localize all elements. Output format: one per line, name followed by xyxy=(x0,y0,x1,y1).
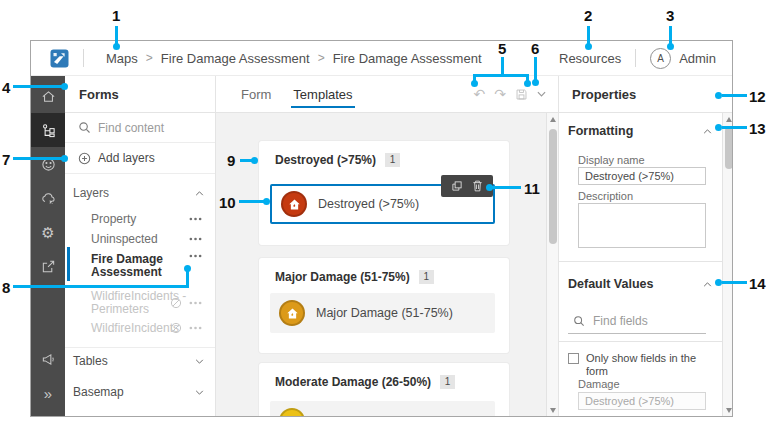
callout-line xyxy=(722,126,747,129)
scroll-up-arrow[interactable] xyxy=(723,113,733,125)
rail-share-icon[interactable] xyxy=(31,249,65,283)
redo-button[interactable]: ↷ xyxy=(494,87,506,101)
add-layers-button[interactable]: Add layers xyxy=(65,143,215,174)
find-fields-input[interactable] xyxy=(593,314,683,328)
breadcrumb-level1[interactable]: Fire Damage Assessment xyxy=(161,51,310,66)
avatar-initial: A xyxy=(657,53,664,64)
rail-forms-icon[interactable] xyxy=(31,113,65,147)
scroll-down-arrow[interactable] xyxy=(547,404,558,416)
app-logo-icon[interactable] xyxy=(50,49,69,68)
rail-settings-gear-icon[interactable]: ⚙ xyxy=(31,215,65,249)
callout-number: 12 xyxy=(749,88,766,105)
callout-dot xyxy=(251,157,258,164)
forms-panel: Forms Add layers xyxy=(65,76,216,416)
callout-number: 6 xyxy=(531,40,539,57)
save-button[interactable] xyxy=(515,88,528,101)
layer-menu-ellipsis-icon[interactable] xyxy=(189,254,202,258)
layer-row-property[interactable]: Property xyxy=(65,209,215,229)
template-group-major: Major Damage (51-75%) 1 Major Damage (51… xyxy=(259,258,509,353)
avatar[interactable]: A xyxy=(650,48,671,69)
properties-panel-title: Properties xyxy=(559,76,733,113)
search-icon xyxy=(78,121,91,134)
breadcrumb-current: Fire Damage Assessment xyxy=(333,51,482,66)
plus-circle-icon xyxy=(78,152,91,165)
moderate-damage-house-icon xyxy=(279,408,305,416)
callout-number: 13 xyxy=(749,120,766,137)
layer-menu-ellipsis-icon[interactable] xyxy=(189,217,202,221)
formatting-section-header[interactable]: Formatting xyxy=(568,123,712,139)
template-row-moderate[interactable]: Moderate Damage (26-50%) xyxy=(270,401,495,416)
group-title: Major Damage (51-75%) xyxy=(275,270,410,284)
display-name-input[interactable] xyxy=(578,167,706,185)
default-values-section-header[interactable]: Default Values xyxy=(568,276,712,292)
callout-dot xyxy=(524,80,531,87)
group-title: Moderate Damage (26-50%) xyxy=(275,375,431,389)
destroyed-house-icon xyxy=(281,191,307,217)
tab-form[interactable]: Form xyxy=(241,76,271,112)
layer-name: Uninspected xyxy=(91,233,187,246)
callout-number: 14 xyxy=(749,275,766,292)
damage-field-input xyxy=(578,392,706,410)
page: Maps > Fire Damage Assessment > Fire Dam… xyxy=(0,0,772,423)
rail-megaphone-icon[interactable] xyxy=(31,342,65,376)
layer-row-wildfire-incidents: WildfireIncidents xyxy=(65,319,215,337)
account-menu[interactable]: Admin xyxy=(679,51,716,66)
layer-menu-ellipsis-icon[interactable] xyxy=(189,326,202,330)
app-window: Maps > Fire Damage Assessment > Fire Dam… xyxy=(30,40,733,417)
basemap-section-label: Basemap xyxy=(73,385,124,399)
layer-row-uninspected[interactable]: Uninspected xyxy=(65,229,215,249)
save-menu-button[interactable] xyxy=(537,91,546,97)
callout-line xyxy=(13,285,189,288)
undo-button[interactable]: ↶ xyxy=(474,87,486,101)
selection-indicator xyxy=(67,247,70,281)
find-fields-search[interactable] xyxy=(568,308,706,334)
callout-dot xyxy=(61,155,68,162)
callout-number: 7 xyxy=(2,151,10,168)
redo-icon: ↷ xyxy=(494,87,506,101)
description-textarea[interactable] xyxy=(578,203,706,248)
callout-line xyxy=(186,271,189,285)
duplicate-icon[interactable] xyxy=(451,180,463,192)
header-right: Resources A Admin xyxy=(559,48,716,69)
basemap-section-header[interactable]: Basemap xyxy=(73,384,204,400)
callout-number: 9 xyxy=(227,152,235,169)
add-layers-label: Add layers xyxy=(98,151,155,165)
template-row-major[interactable]: Major Damage (51-75%) xyxy=(270,293,495,333)
scrollbar-thumb[interactable] xyxy=(549,129,557,244)
layers-section-header[interactable]: Layers xyxy=(73,185,204,201)
chevron-up-icon xyxy=(703,129,712,134)
chevron-up-icon xyxy=(703,282,712,287)
tables-section-label: Tables xyxy=(73,354,108,368)
breadcrumb-maps[interactable]: Maps xyxy=(106,51,138,66)
chevron-down-icon xyxy=(195,390,204,395)
scroll-up-arrow[interactable] xyxy=(547,113,558,125)
scrollbar-thumb[interactable] xyxy=(725,127,733,169)
template-label: Destroyed (>75%) xyxy=(318,197,419,211)
tab-templates[interactable]: Templates xyxy=(293,76,352,112)
templates-scrollbar[interactable] xyxy=(546,113,558,416)
callout-line xyxy=(722,94,747,97)
layer-menu-ellipsis-icon[interactable] xyxy=(189,301,202,305)
trash-icon[interactable] xyxy=(472,180,483,192)
resources-link[interactable]: Resources xyxy=(559,51,621,66)
chevron-down-icon xyxy=(195,359,204,364)
find-content-input[interactable] xyxy=(98,121,193,135)
forms-panel-title: Forms xyxy=(65,76,215,113)
template-group-moderate: Moderate Damage (26-50%) 1 Moderate Dama… xyxy=(259,363,509,416)
only-show-fields-checkbox-row[interactable]: Only show fields in the form xyxy=(568,352,718,378)
callout-dot xyxy=(263,198,270,205)
layer-row-fire-damage-assessment[interactable]: Fire Damage Assessment xyxy=(65,252,215,280)
rail-collapse-icon[interactable]: » xyxy=(31,376,65,410)
search-icon xyxy=(573,315,585,327)
rail-cloud-offline-icon[interactable] xyxy=(31,181,65,215)
find-content-search[interactable] xyxy=(65,113,215,143)
properties-scrollbar[interactable] xyxy=(722,113,733,416)
callout-dot xyxy=(113,43,120,50)
checkbox-unchecked-icon[interactable] xyxy=(568,353,579,364)
rail-smiley-icon[interactable] xyxy=(31,147,65,181)
layer-menu-ellipsis-icon[interactable] xyxy=(189,237,202,241)
callout-number: 3 xyxy=(666,7,674,24)
callout-dot xyxy=(585,43,592,50)
tables-section-header[interactable]: Tables xyxy=(73,353,204,369)
scroll-down-arrow[interactable] xyxy=(723,404,733,416)
